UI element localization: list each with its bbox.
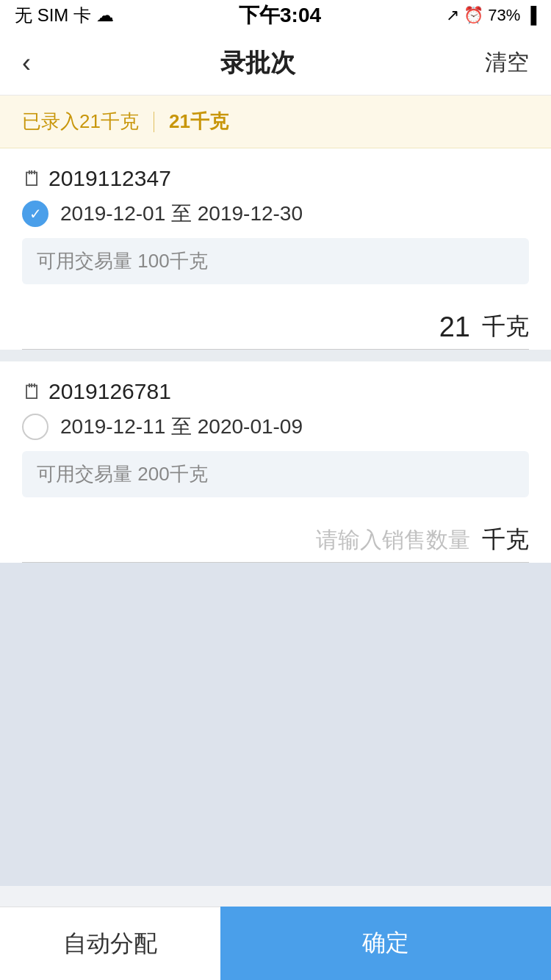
batch2-id-row: 🗒 2019126781 [22,379,529,404]
nav-bar: ‹ 录批次 清空 [0,31,551,96]
batch1-id-row: 🗒 2019112347 [22,166,529,191]
info-label: 已录入21千克 [22,109,139,134]
alarm-icon: ⏰ [464,6,483,25]
separator-1 [0,350,551,361]
batch2-date: 2019-12-11 至 2020-01-09 [60,413,303,441]
batch1-qty-value[interactable]: 21 [426,311,470,343]
bottom-bar: 自动分配 确定 [0,907,551,980]
empty-area [0,563,551,886]
batch1-id: 2019112347 [48,166,171,191]
batch2-id: 2019126781 [48,379,171,404]
batch2-radio[interactable] [22,414,48,440]
batch2-input-row[interactable]: 请输入销售数量 千克 [0,512,551,562]
batch2-available-qty: 可用交易量 200千克 [22,451,529,497]
confirm-button[interactable]: 确定 [220,907,551,980]
auto-distribute-button[interactable]: 自动分配 [0,907,220,980]
batch1-date: 2019-12-01 至 2019-12-30 [60,200,303,228]
batch1-radio[interactable]: ✓ [22,201,48,227]
batch-item-1[interactable]: 🗒 2019112347 ✓ 2019-12-01 至 2019-12-30 可… [0,148,551,350]
batch1-doc-icon: 🗒 [22,167,43,191]
info-bar: 已录入21千克 21千克 [0,96,551,148]
batch2-qty-unit: 千克 [482,524,529,556]
info-value: 21千克 [169,109,228,134]
page-title: 录批次 [220,46,295,80]
status-bar: 无 SIM 卡 ☁ 下午3:04 ↗ ⏰ 73% ▐ [0,0,551,31]
sim-label: 无 SIM 卡 ☁ [15,4,114,27]
status-time: 下午3:04 [239,1,321,29]
batch1-qty-row: 21 千克 [0,299,551,349]
battery-label: 73% [488,6,520,25]
status-right: ↗ ⏰ 73% ▐ [446,6,536,25]
info-divider [154,112,154,132]
location-icon: ↗ [446,6,459,25]
clear-button[interactable]: 清空 [485,48,529,78]
status-left: 无 SIM 卡 ☁ [15,4,114,27]
batch1-date-row[interactable]: ✓ 2019-12-01 至 2019-12-30 [22,200,529,228]
back-button[interactable]: ‹ [22,48,31,79]
batch2-doc-icon: 🗒 [22,380,43,404]
batch2-qty-placeholder[interactable]: 请输入销售数量 [316,525,470,555]
batch2-date-row[interactable]: 2019-12-11 至 2020-01-09 [22,413,529,441]
batch1-available-qty: 可用交易量 100千克 [22,238,529,284]
batch1-qty-unit: 千克 [482,311,529,343]
battery-icon: ▐ [525,6,536,25]
batch-item-2[interactable]: 🗒 2019126781 2019-12-11 至 2020-01-09 可用交… [0,361,551,563]
